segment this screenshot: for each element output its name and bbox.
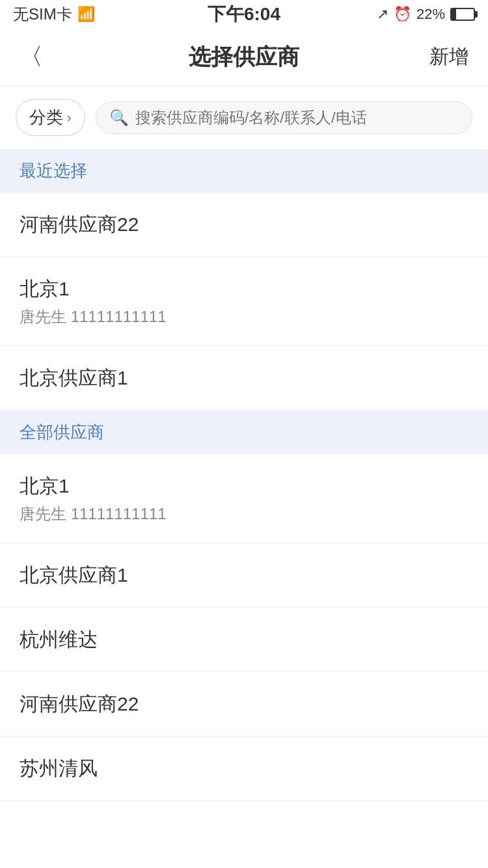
search-input[interactable] — [135, 109, 459, 127]
section-header-recent: 最近选择 — [0, 149, 488, 193]
battery-label: 22% — [416, 6, 445, 23]
carrier-label: 无SIM卡 — [13, 4, 72, 25]
battery-icon — [450, 8, 475, 21]
item-sub: 唐先生 11111111111 — [20, 306, 468, 327]
chevron-right-icon: › — [67, 110, 72, 125]
list-item-r2[interactable]: 北京1唐先生 11111111111 — [0, 257, 488, 346]
search-box[interactable]: 🔍 — [96, 102, 472, 134]
page-title: 选择供应商 — [72, 42, 416, 72]
item-sub: 唐先生 11111111111 — [20, 504, 468, 524]
search-icon: 🔍 — [109, 109, 129, 127]
list-item-a4[interactable]: 河南供应商22 — [0, 672, 488, 737]
status-time: 下午6:04 — [208, 2, 280, 27]
alarm-icon: ⏰ — [394, 6, 411, 23]
item-name: 北京供应商1 — [20, 562, 468, 589]
item-name: 北京1 — [20, 275, 468, 303]
list-item-r1[interactable]: 河南供应商22 — [0, 193, 488, 257]
item-name: 杭州维达 — [20, 626, 468, 653]
sections-container: 最近选择河南供应商22北京1唐先生 11111111111北京供应商1全部供应商… — [0, 149, 488, 801]
status-bar: 无SIM卡 📶 下午6:04 ↗ ⏰ 22% — [0, 0, 488, 29]
category-label: 分类 — [29, 106, 63, 129]
status-right: ↗ ⏰ 22% — [377, 6, 475, 23]
add-button[interactable]: 新增 — [416, 44, 468, 70]
nav-bar: 〈 选择供应商 新增 — [0, 29, 488, 86]
list-item-a1[interactable]: 北京1唐先生 11111111111 — [0, 454, 488, 543]
item-name: 北京1 — [20, 472, 468, 500]
wifi-icon: 📶 — [77, 6, 95, 23]
section-header-all: 全部供应商 — [0, 411, 488, 454]
list-item-r3[interactable]: 北京供应商1 — [0, 346, 488, 411]
item-name: 苏州清风 — [20, 755, 468, 782]
list-item-a2[interactable]: 北京供应商1 — [0, 543, 488, 608]
category-button[interactable]: 分类 › — [16, 99, 85, 136]
location-icon: ↗ — [377, 6, 388, 23]
filter-bar: 分类 › 🔍 — [0, 86, 488, 149]
status-left: 无SIM卡 📶 — [13, 4, 95, 25]
list-item-a5[interactable]: 苏州清风 — [0, 737, 488, 801]
item-name: 北京供应商1 — [20, 364, 468, 392]
back-button[interactable]: 〈 — [20, 41, 72, 73]
item-name: 河南供应商22 — [20, 690, 468, 718]
item-name: 河南供应商22 — [20, 211, 468, 238]
list-item-a3[interactable]: 杭州维达 — [0, 608, 488, 672]
